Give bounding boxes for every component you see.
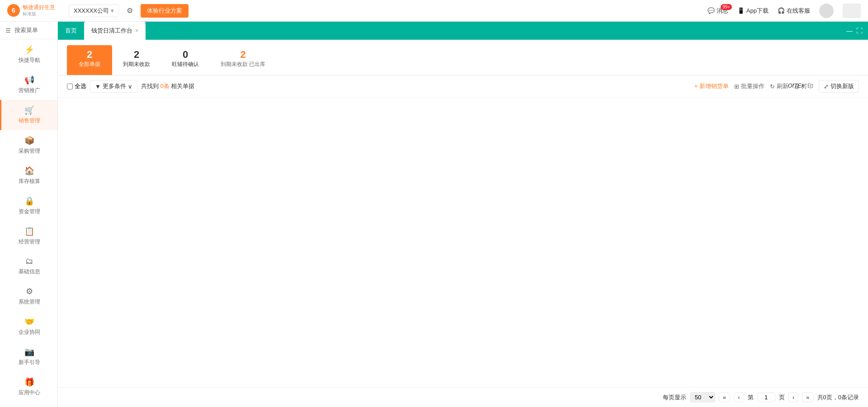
logo-icon: 6 — [7, 4, 20, 17]
logo-name: 畅捷通好生意 — [23, 4, 55, 10]
per-page-select[interactable]: 50 10 20 100 — [690, 392, 715, 402]
tab-minimize-button[interactable]: — — [846, 27, 853, 34]
tab-home[interactable]: 首页 — [58, 22, 84, 40]
sidebar-item-label: 库存核算 — [19, 178, 40, 185]
top-header: 6 畅捷通好生意 标准版 XXXXXX公司 ▾ ⚙ 体验行业方案 💬 消息 99… — [0, 0, 868, 22]
inner-content: 2 全部单据 2 到期未收款 0 旺辅待确认 2 到期未收款 已出库 — [58, 40, 868, 407]
stats-bar: 2 全部单据 2 到期未收款 0 旺辅待确认 2 到期未收款 已出库 — [58, 40, 868, 75]
next-page-button[interactable]: › — [788, 393, 798, 402]
search-icon: ☰ — [5, 27, 11, 34]
stat-num-overdue: 2 — [123, 49, 150, 61]
tab-bar: 首页 钱货日清工作台 × — ⛶ — [58, 22, 868, 40]
sidebar-item-label: 应用中心 — [19, 389, 40, 397]
message-action[interactable]: 💬 消息 99+ — [708, 7, 728, 15]
switch-icon: ⤢ — [824, 83, 829, 90]
sidebar-item-basic-info[interactable]: 🗂 基础信息 — [0, 251, 57, 281]
filter-button[interactable]: ▼ 更多条件 ∨ — [90, 80, 137, 93]
prev-page-button[interactable]: ‹ — [734, 393, 744, 402]
company-name: XXXXXX公司 — [74, 7, 109, 15]
toolbar-left: 全选 ▼ 更多条件 ∨ 共找到 0条 相关单据 — [67, 80, 689, 93]
sidebar-item-label: 系统管理 — [19, 298, 40, 306]
sidebar-item-system[interactable]: ⚙ 系统管理 — [0, 281, 57, 311]
tab-close-icon[interactable]: × — [135, 28, 138, 34]
app-download-action[interactable]: 📱 App下载 — [737, 7, 769, 15]
finance-icon: 🔒 — [24, 196, 34, 206]
sidebar-item-label: 经营管理 — [19, 238, 40, 246]
tab-maximize-button[interactable]: ⛶ — [856, 27, 863, 34]
message-badge: 99+ — [721, 4, 732, 10]
beginner-icon: 📷 — [24, 347, 34, 357]
found-text: 共找到 0条 相关单据 — [141, 82, 194, 90]
basic-info-icon: 🗂 — [25, 257, 33, 266]
page-suffix: 页 — [779, 393, 785, 402]
sidebar-item-enterprise[interactable]: 🤝 企业协同 — [0, 311, 57, 342]
sidebar-item-purchase[interactable]: 📦 采购管理 — [0, 130, 57, 160]
sales-icon: 🛒 — [24, 105, 34, 115]
refresh-icon: ↻ — [770, 83, 775, 90]
tab-workbench[interactable]: 钱货日清工作台 × — [84, 22, 146, 40]
sidebar-item-label: 营销推广 — [19, 87, 40, 94]
system-icon: ⚙ — [26, 286, 33, 296]
sidebar-item-app-center[interactable]: 🎁 应用中心 — [0, 372, 57, 402]
add-sale-order-button[interactable]: + 新增销货单 — [694, 82, 729, 90]
per-page-label: 每页显示 — [663, 393, 686, 402]
tab-workbench-label: 钱货日清工作台 — [91, 27, 132, 35]
select-all-checkbox[interactable]: 全选 — [67, 82, 86, 90]
app-download-label: App下载 — [746, 7, 769, 15]
marketing-icon: 📢 — [24, 75, 34, 85]
logo-edition: 标准版 — [23, 11, 55, 17]
stat-label-all: 全部单据 — [79, 61, 100, 67]
inventory-icon: 🏠 — [24, 166, 34, 176]
online-service-action[interactable]: 🎧 在线客服 — [778, 7, 810, 15]
logo-area: 6 畅捷通好生意 标准版 — [7, 4, 65, 17]
settings-icon[interactable]: ⚙ — [123, 4, 137, 18]
sidebar-item-finance[interactable]: 🔒 资金管理 — [0, 191, 57, 221]
found-count: 0条 — [160, 83, 170, 89]
sidebar-item-marketing[interactable]: 📢 营销推广 — [0, 70, 57, 100]
operation-icon: 📋 — [24, 226, 34, 236]
tab-bar-right: — ⛶ — [846, 27, 868, 34]
table-empty-state — [58, 98, 868, 278]
sidebar-item-wechat[interactable]: 💬 企业微信 — [0, 402, 57, 407]
sidebar-search[interactable]: ☰ 搜索菜单 — [0, 22, 57, 39]
sidebar-item-beginner[interactable]: 📷 新手引导 — [0, 342, 57, 372]
stat-tab-overdue[interactable]: 2 到期未收款 — [112, 45, 161, 75]
stat-tab-all[interactable]: 2 全部单据 — [67, 45, 112, 75]
user-name-area[interactable] — [843, 4, 861, 18]
main-layout: ☰ 搜索菜单 ⚡ 快捷导航 📢 营销推广 🛒 销售管理 📦 采购管理 🏠 库存核… — [0, 22, 868, 407]
stat-label-shipped: 到期未收款 已出库 — [221, 61, 265, 67]
trial-button[interactable]: 体验行业方案 — [141, 4, 189, 18]
avatar[interactable] — [819, 4, 834, 18]
search-menu-label: 搜索菜单 — [14, 26, 38, 34]
often-label: OfTEn — [788, 82, 805, 89]
purchase-icon: 📦 — [24, 136, 34, 145]
sidebar: ☰ 搜索菜单 ⚡ 快捷导航 📢 营销推广 🛒 销售管理 📦 采购管理 🏠 库存核… — [0, 22, 58, 407]
select-all-input[interactable] — [67, 84, 73, 89]
content-area: 首页 钱货日清工作台 × — ⛶ 2 全部单据 2 到期未收款 — [58, 22, 868, 407]
sidebar-item-label: 采购管理 — [19, 147, 40, 155]
enterprise-icon: 🤝 — [24, 317, 34, 327]
online-service-label: 在线客服 — [787, 7, 810, 15]
quick-nav-icon: ⚡ — [24, 45, 34, 55]
page-number-input[interactable] — [757, 393, 775, 402]
sidebar-item-quick-nav[interactable]: ⚡ 快捷导航 — [0, 39, 57, 70]
sidebar-item-operation[interactable]: 📋 经营管理 — [0, 221, 57, 251]
stat-tab-wangfu[interactable]: 0 旺辅待确认 — [161, 45, 210, 75]
app-center-icon: 🎁 — [24, 377, 34, 387]
toolbar: 全选 ▼ 更多条件 ∨ 共找到 0条 相关单据 + 新增销货单 ⊞ — [58, 75, 868, 98]
sidebar-item-label: 销售管理 — [19, 117, 40, 125]
refresh-button[interactable]: ↻ 刷新 — [770, 82, 788, 90]
sidebar-item-inventory[interactable]: 🏠 库存核算 — [0, 160, 57, 191]
last-page-button[interactable]: » — [802, 393, 813, 402]
stat-num-all: 2 — [78, 49, 101, 61]
switch-new-version-button[interactable]: ⤢ 切换新版 — [819, 80, 859, 93]
stat-label-wangfu: 旺辅待确认 — [172, 61, 199, 67]
table-area — [58, 98, 868, 387]
batch-operation-button[interactable]: ⊞ 批量操作 — [734, 82, 764, 90]
company-selector[interactable]: XXXXXX公司 ▾ — [69, 5, 119, 17]
stat-tab-shipped[interactable]: 2 到期未收款 已出库 — [210, 45, 276, 75]
total-records: 共0页，0条记录 — [817, 393, 859, 402]
sidebar-item-sales[interactable]: 🛒 销售管理 — [0, 100, 57, 130]
first-page-button[interactable]: « — [719, 393, 730, 402]
select-all-label: 全选 — [75, 82, 86, 90]
